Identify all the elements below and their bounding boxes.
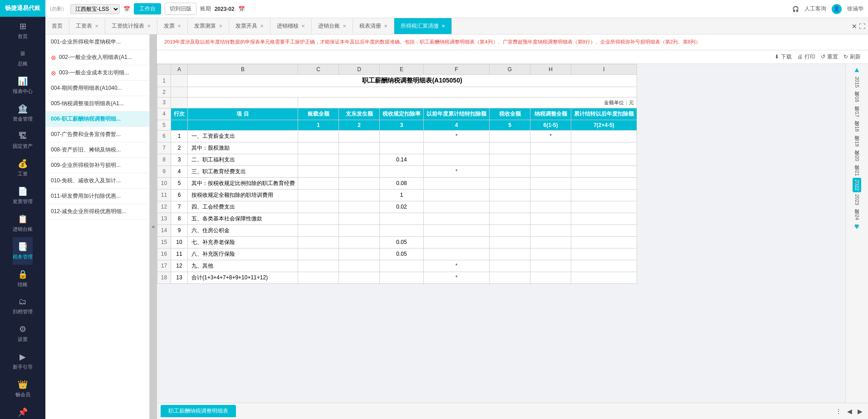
cell-label-2[interactable]: 二、职工福利支出 [188,154,298,166]
cell-d-4[interactable] [339,177,380,189]
sidebar-item-new-guide[interactable]: ▶新手引导 [13,347,33,375]
cell-c-2[interactable] [298,154,339,166]
tab-purchase-ledger[interactable]: 进销台账✕ [312,18,353,34]
tab-close-income-tax[interactable]: ✕ [441,24,445,29]
cell-seq-0[interactable]: 1 [171,130,188,142]
cell-seq-3[interactable]: 4 [171,166,188,177]
cell-d-5[interactable] [339,189,380,201]
cell-g-6[interactable] [490,201,530,213]
left-panel-item-005[interactable]: 005-纳税调整项目明细表(A1... [45,96,149,112]
cell-c-8[interactable] [298,224,339,236]
tab-home[interactable]: 首页 [45,18,69,34]
cell-d-2[interactable] [339,154,380,166]
tab-payroll[interactable]: 工资表✕ [69,18,105,34]
cell-d-1[interactable] [339,142,380,154]
cell-h-0[interactable]: * [530,130,571,142]
cell-d-0[interactable] [339,130,380,142]
cell-e-9[interactable]: 0.05 [380,236,424,248]
cell-seq-9[interactable]: 10 [171,236,188,248]
cell-f-6[interactable] [424,201,490,213]
cell-d-11[interactable] [339,260,380,272]
company-select[interactable]: 江西般宝-LSS [70,4,120,14]
period-calendar-icon[interactable]: 📅 [238,6,245,12]
cell-c-3[interactable] [298,166,339,177]
download-button[interactable]: ⬇ 下载 [775,53,792,61]
year-item-2020年[interactable]: 2020年 [853,148,861,163]
cell-i-2[interactable] [571,154,637,166]
cell-h-6[interactable] [530,201,571,213]
left-panel-item-007[interactable]: 007-广告费和业务宣传费暂... [45,127,149,142]
cell-i-8[interactable] [571,224,637,236]
cell-i-12[interactable] [571,272,637,283]
year-item-2018年[interactable]: 2018年 [853,119,861,133]
left-panel-item-003[interactable]: ⊗003-一般企业成本支出明细... [45,65,149,81]
sidebar-item-settings[interactable]: ⚙设置 [13,320,33,347]
tab-invoice-open[interactable]: 发票开具✕ [229,18,270,34]
cell-f-0[interactable]: * [424,130,490,142]
cell-c-9[interactable] [298,236,339,248]
year-down-button[interactable]: ▼ [853,223,861,231]
cell-seq-4[interactable]: 5 [171,177,188,189]
cell-label-10[interactable]: 八、补充医疗保险 [188,248,298,260]
cell-i-0[interactable] [571,130,637,142]
cell-h-8[interactable] [530,224,571,236]
tab-close-tax-clear[interactable]: ✕ [384,24,387,29]
sidebar-item-fixed-asset[interactable]: 🏗固定资产 [13,127,33,154]
tab-close-all[interactable]: ✕ [852,23,857,30]
support-label[interactable]: 人工客询 [804,5,826,13]
cell-g-10[interactable] [490,248,530,260]
cell-g-11[interactable] [490,260,530,272]
cell-e-4[interactable]: 0.08 [380,177,424,189]
year-up-button[interactable]: ▲ [853,66,861,74]
cell-label-3[interactable]: 三、职工教育经费支出 [188,166,298,177]
cell-seq-6[interactable]: 7 [171,201,188,213]
user-name[interactable]: 徐涵华 [847,5,863,13]
tab-close-invoice-open[interactable]: ✕ [260,24,264,29]
cell-h-12[interactable] [530,272,571,283]
tab-close-purchase-ledger[interactable]: ✕ [343,24,346,29]
cell-e-12[interactable] [380,272,424,283]
cell-a1[interactable] [171,74,188,87]
cell-label-9[interactable]: 七、补充养老保险 [188,236,298,248]
workspace-button[interactable]: 工作台 [134,3,161,15]
cell-c-6[interactable] [298,201,339,213]
cell-g-5[interactable] [490,189,530,201]
cell-c-0[interactable] [298,130,339,142]
sidebar-item-payroll[interactable]: 💰工资 [13,154,33,182]
sidebar-item-ledger[interactable]: ≡总账 [13,44,33,72]
year-item-2023年[interactable]: 2023年 [853,192,861,207]
cell-h-4[interactable] [530,177,571,189]
cell-d-10[interactable] [339,248,380,260]
scroll-right-arrow[interactable]: ◀ [845,407,854,416]
cell-label-6[interactable]: 四、工会经费支出 [188,201,298,213]
cell-c-4[interactable] [298,177,339,189]
cell-f-12[interactable]: * [424,272,490,283]
year-item-2021年[interactable]: 2021年 [853,163,861,178]
cell-c-10[interactable] [298,248,339,260]
tab-maximize[interactable]: ⛶ [859,23,865,30]
cell-seq-2[interactable]: 3 [171,154,188,166]
left-panel-item-001[interactable]: 001-企业所得税年度纳税申... [45,34,149,50]
year-item-2016年[interactable]: 2016年 [853,89,861,104]
cell-g-4[interactable] [490,177,530,189]
cell-g-8[interactable] [490,224,530,236]
tab-close-payroll-stats[interactable]: ✕ [147,24,151,29]
cell-d-6[interactable] [339,201,380,213]
bottom-tab-active[interactable]: 职工薪酬纳税调整明细表 [161,405,236,417]
cell-f-9[interactable] [424,236,490,248]
spreadsheet-container[interactable]: A B C D E F G H I [157,64,845,403]
cell-seq-7[interactable]: 8 [171,213,188,224]
sidebar-unpin[interactable]: 📌 取消固定 [0,403,45,419]
cell-i-5[interactable] [571,189,637,201]
cell-e-10[interactable]: 0.05 [380,248,424,260]
sidebar-item-invoice-mgmt[interactable]: 📄发票管理 [13,182,33,210]
tab-purchase-check[interactable]: 进销稽核✕ [270,18,312,34]
cell-i-3[interactable] [571,166,637,177]
cell-i-6[interactable] [571,201,637,213]
switch-version-button[interactable]: 切到旧版 [165,3,196,15]
cell-f-11[interactable]: * [424,260,490,272]
cell-e-11[interactable] [380,260,424,272]
cell-h-1[interactable] [530,142,571,154]
sidebar-item-close[interactable]: 🔒结账 [13,265,33,292]
cell-label-7[interactable]: 五、各类基本社会保障性缴款 [188,213,298,224]
